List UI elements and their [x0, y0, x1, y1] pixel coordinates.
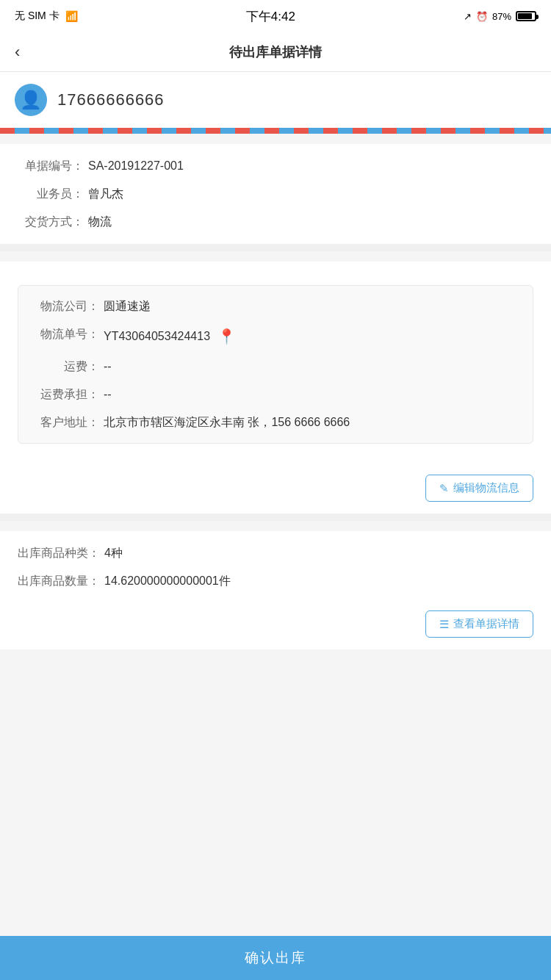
- goods-section: 出库商品种类： 4种 出库商品数量： 14.620000000000001件: [0, 531, 551, 603]
- freight-bearer-label: 运费承担：: [33, 386, 99, 403]
- edit-logistics-button[interactable]: ✎ 编辑物流信息: [425, 475, 533, 502]
- empty-space: [0, 649, 551, 796]
- user-header: 👤 17666666666: [0, 72, 551, 128]
- confirm-outbound-button[interactable]: 确认出库: [0, 936, 551, 980]
- address-row: 客户地址： 北京市市辖区海淀区永丰南 张，156 6666 6666: [33, 414, 518, 431]
- delivery-label: 交货方式：: [18, 213, 84, 231]
- tracking-number: YT43064053424413: [104, 328, 210, 345]
- status-left: 无 SIM 卡 📶: [15, 10, 78, 23]
- doc-number-value: SA-20191227-001: [88, 157, 533, 175]
- logistics-box: 物流公司： 圆通速递 物流单号： YT43064053424413 📍 运费： …: [18, 285, 533, 444]
- delivery-row: 交货方式： 物流: [18, 213, 533, 231]
- goods-types-row: 出库商品种类： 4种: [18, 544, 533, 562]
- logistics-company-label: 物流公司：: [33, 298, 99, 315]
- doc-info-section: 单据编号： SA-20191227-001 业务员： 曾凡杰 交货方式： 物流: [0, 144, 551, 244]
- back-button[interactable]: ‹: [15, 44, 27, 60]
- list-icon: ☰: [439, 618, 449, 631]
- back-icon: ‹: [15, 43, 20, 61]
- freight-label: 运费：: [33, 358, 99, 375]
- tracking-label: 物流单号：: [33, 325, 99, 343]
- battery-icon: [516, 11, 536, 21]
- alarm-icon: ⏰: [476, 11, 488, 22]
- section-divider-2: [0, 514, 551, 521]
- avatar: 👤: [15, 84, 47, 116]
- battery-percent: 87%: [492, 11, 511, 22]
- goods-quantity-label: 出库商品数量：: [18, 572, 100, 590]
- location-status-icon: ↗: [464, 11, 472, 22]
- goods-types-label: 出库商品种类：: [18, 544, 100, 562]
- sales-rep-row: 业务员： 曾凡杰: [18, 185, 533, 203]
- status-bar: 无 SIM 卡 📶 下午4:42 ↗ ⏰ 87%: [0, 0, 551, 32]
- sales-rep-label: 业务员：: [18, 185, 84, 203]
- freight-bearer-row: 运费承担： --: [33, 386, 518, 403]
- goods-quantity-row: 出库商品数量： 14.620000000000001件: [18, 572, 533, 590]
- edit-icon: ✎: [439, 482, 449, 495]
- carrier-label: 无 SIM 卡: [15, 10, 60, 23]
- logistics-company-row: 物流公司： 圆通速递: [33, 298, 518, 315]
- sales-rep-value: 曾凡杰: [88, 185, 533, 203]
- address-label: 客户地址：: [33, 414, 99, 431]
- address-value: 北京市市辖区海淀区永丰南 张，156 6666 6666: [104, 414, 518, 431]
- view-details-label: 查看单据详情: [453, 617, 519, 631]
- confirm-btn-wrap: 确认出库: [0, 936, 551, 980]
- logistics-section: 物流公司： 圆通速递 物流单号： YT43064053424413 📍 运费： …: [0, 262, 551, 467]
- map-pin-icon[interactable]: 📍: [217, 325, 236, 347]
- view-details-button[interactable]: ☰ 查看单据详情: [425, 610, 533, 638]
- freight-row: 运费： --: [33, 358, 518, 375]
- doc-number-label: 单据编号：: [18, 157, 84, 175]
- status-right: ↗ ⏰ 87%: [464, 11, 536, 22]
- section-divider-1: [0, 244, 551, 251]
- logistics-company-value: 圆通速递: [104, 298, 518, 315]
- view-action-row: ☰ 查看单据详情: [0, 603, 551, 649]
- edit-logistics-label: 编辑物流信息: [453, 481, 519, 495]
- tracking-value-wrap: YT43064053424413 📍: [104, 325, 518, 347]
- tracking-number-row: 物流单号： YT43064053424413 📍: [33, 325, 518, 347]
- nav-bar: ‹ 待出库单据详情: [0, 32, 551, 72]
- page-title: 待出库单据详情: [229, 43, 322, 61]
- wifi-icon: 📶: [65, 10, 78, 22]
- status-time: 下午4:42: [246, 8, 295, 25]
- goods-types-value: 4种: [104, 544, 533, 562]
- goods-quantity-value: 14.620000000000001件: [104, 572, 533, 590]
- freight-bearer-value: --: [104, 386, 518, 403]
- decorative-divider: [0, 128, 551, 134]
- doc-number-row: 单据编号： SA-20191227-001: [18, 157, 533, 175]
- freight-value: --: [104, 358, 518, 375]
- user-phone: 17666666666: [57, 90, 165, 109]
- delivery-value: 物流: [88, 213, 533, 231]
- edit-action-row: ✎ 编辑物流信息: [0, 467, 551, 514]
- avatar-icon: 👤: [20, 90, 42, 110]
